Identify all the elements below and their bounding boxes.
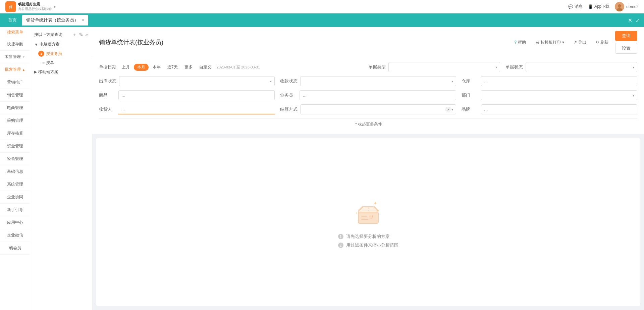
message-action[interactable]: 💬 消息: [568, 4, 583, 9]
export-btn[interactable]: ↗ 导出: [571, 38, 589, 47]
order-type-control[interactable]: ▾: [388, 62, 500, 72]
filter-row-1: 单据日期 上月 本月 本年 近7天 更多 自定义 2023-03-01 至 20…: [99, 62, 637, 72]
scheme-item-by-staff[interactable]: ● 按业务员: [30, 49, 92, 58]
sidebar-item-marketing[interactable]: 营销推广: [0, 76, 30, 89]
sidebar-item-sales[interactable]: 销售管理: [0, 89, 30, 102]
tab-home[interactable]: 首页: [4, 15, 21, 25]
empty-step-1: 1 请先选择要分析的方案: [338, 234, 398, 240]
sidebar-item-basic[interactable]: 基础信息: [0, 165, 30, 178]
tab-close-icon[interactable]: ×: [82, 18, 84, 22]
staff-control[interactable]: …: [300, 90, 456, 100]
recipient-more-icon: …: [121, 107, 125, 111]
filter-dept: 部门 ▾: [462, 90, 637, 100]
content-area: 销货单统计表(按业务员) ? 帮助 🖨 按模板打印 ▾ ↗ 导出 ↻ 刷新: [92, 27, 644, 310]
window-maximize-icon[interactable]: ⤢: [636, 17, 640, 23]
date-btn-last-month[interactable]: 上月: [119, 64, 132, 71]
filter-row-4: 收货人 … 结算方式 × ▾ 品牌: [99, 104, 637, 114]
mobile-scheme-header[interactable]: ▶ 移动端方案: [30, 67, 92, 76]
empty-steps-list: 1 请先选择要分析的方案 2 用过滤条件来缩小分析范围: [338, 234, 398, 251]
user-area[interactable]: demo2: [615, 2, 639, 11]
filter-section: 单据日期 上月 本月 本年 近7天 更多 自定义 2023-03-01 至 20…: [92, 58, 644, 134]
tab-sales-report[interactable]: 销货单统计表（按业务员） ×: [22, 15, 88, 25]
step-2-text: 用过滤条件来缩小分析范围: [346, 242, 398, 248]
sidebar-item-wholesale[interactable]: 批发管理 ▲: [0, 63, 30, 76]
edit-scheme-icon[interactable]: ✎: [79, 32, 83, 38]
refresh-btn[interactable]: ↻ 刷新: [593, 38, 611, 47]
date-btn-last-7[interactable]: 近7天: [165, 64, 180, 71]
subtitle-dropdown[interactable]: ▾: [54, 4, 56, 9]
collapse-bar[interactable]: ⌃ 收起更多条件: [99, 118, 637, 130]
scheme-active-icon: ●: [38, 51, 44, 57]
filter-recipient: 收货人 …: [99, 104, 275, 114]
filter-goods: 商品 …: [99, 90, 275, 100]
panel-header-actions: ＋ ✎ «: [72, 32, 88, 38]
collapse-panel-icon[interactable]: «: [85, 32, 88, 38]
sidebar-item-system[interactable]: 系统管理: [0, 178, 30, 191]
clear-x-icon: ×: [447, 107, 449, 111]
header-right: 💬 消息 📱 App下载 demo2: [568, 2, 639, 11]
filter-delivery: 出库状态 ▾: [99, 76, 275, 86]
goods-control[interactable]: …: [118, 90, 275, 100]
date-range-label: 2023-03-01 至 2023-03-31: [217, 65, 260, 70]
filter-order-status: 单据状态 ▾: [505, 62, 637, 72]
order-status-control[interactable]: ▾: [526, 62, 637, 72]
sidebar-item-purchase[interactable]: 采购管理: [0, 114, 30, 127]
goods-more-icon: …: [121, 93, 125, 98]
sidebar-item-operations[interactable]: 经营管理: [0, 153, 30, 165]
main-layout: 搜索菜单 快捷导航 零售管理 ▼ 批发管理 ▲ 营销推广 销售管理 电商管理 采…: [0, 27, 644, 310]
dept-label: 部门: [462, 92, 478, 98]
brand-control[interactable]: …: [481, 104, 637, 114]
sidebar-item-newbie[interactable]: 新手引导: [0, 204, 30, 216]
retail-arrow-icon: ▼: [22, 55, 25, 59]
date-btn-current-year[interactable]: 本年: [150, 64, 163, 71]
scheme-item-by-order[interactable]: ≡ 按单: [30, 58, 92, 67]
delivery-control[interactable]: ▾: [119, 76, 275, 86]
payment-arrow: ▾: [451, 80, 453, 83]
svg-point-3: [618, 4, 621, 8]
delivery-arrow: ▾: [270, 80, 272, 83]
sidebar-item-retail[interactable]: 零售管理 ▼: [0, 51, 30, 63]
sidebar-item-enterprise[interactable]: 企业协同: [0, 191, 30, 204]
date-btn-current-month[interactable]: 本月: [134, 64, 149, 71]
svg-text:✦: ✦: [377, 209, 379, 212]
sidebar-nav-shortcut[interactable]: 快捷导航: [0, 38, 30, 51]
window-close-icon[interactable]: ✕: [628, 17, 632, 23]
tab-home-label: 首页: [8, 17, 17, 23]
sidebar-item-retail-label: 零售管理: [5, 54, 21, 60]
sidebar-item-member[interactable]: 畅会员: [0, 242, 30, 255]
recipient-control[interactable]: …: [118, 104, 275, 114]
add-scheme-icon[interactable]: ＋: [72, 32, 77, 38]
staff-label: 业务员: [280, 92, 297, 98]
date-btn-more[interactable]: 更多: [182, 64, 195, 71]
filter-warehouse: 仓库 …: [462, 76, 637, 86]
print-icon: 🖨: [535, 40, 539, 45]
sidebar-item-stock[interactable]: 库存核算: [0, 127, 30, 140]
print-label: 按模板打印: [541, 40, 561, 45]
pc-scheme-header[interactable]: ▼ 电脑端方案: [30, 40, 92, 49]
sidebar-item-appstore[interactable]: 应用中心: [0, 216, 30, 229]
pc-scheme-arrow: ▼: [34, 42, 38, 47]
help-btn[interactable]: ? 帮助: [512, 38, 529, 47]
sidebar-item-ecommerce[interactable]: 电商管理: [0, 102, 30, 114]
settlement-arrow: ▾: [451, 108, 453, 111]
warehouse-label: 仓库: [462, 78, 478, 84]
export-label: 导出: [578, 40, 586, 45]
settings-button[interactable]: 设置: [615, 43, 637, 54]
date-btn-custom[interactable]: 自定义: [197, 64, 214, 71]
order-type-label: 单据类型: [368, 64, 386, 70]
sidebar-item-finance[interactable]: 资金管理: [0, 140, 30, 153]
print-btn[interactable]: 🖨 按模板打印 ▾: [533, 38, 567, 47]
warehouse-placeholder: …: [484, 79, 634, 84]
warehouse-control[interactable]: …: [481, 76, 637, 86]
filter-settlement: 结算方式 × ▾: [280, 104, 456, 114]
query-button[interactable]: 查询: [615, 31, 637, 41]
settlement-control[interactable]: × ▾: [300, 104, 456, 114]
header-left: 好 畅捷通好生意 办公用品行业模拟账套 ▾: [5, 1, 56, 12]
app-download-action[interactable]: 📱 App下载: [588, 4, 609, 9]
sidebar: 搜索菜单 快捷导航 零售管理 ▼ 批发管理 ▲ 营销推广 销售管理 电商管理 采…: [0, 27, 30, 310]
settlement-clear[interactable]: ×: [445, 107, 451, 112]
sidebar-search[interactable]: 搜索菜单: [0, 27, 30, 38]
dept-control[interactable]: ▾: [481, 90, 637, 100]
payment-control[interactable]: ▾: [300, 76, 456, 86]
sidebar-item-corp-wechat[interactable]: 企业微信: [0, 229, 30, 242]
